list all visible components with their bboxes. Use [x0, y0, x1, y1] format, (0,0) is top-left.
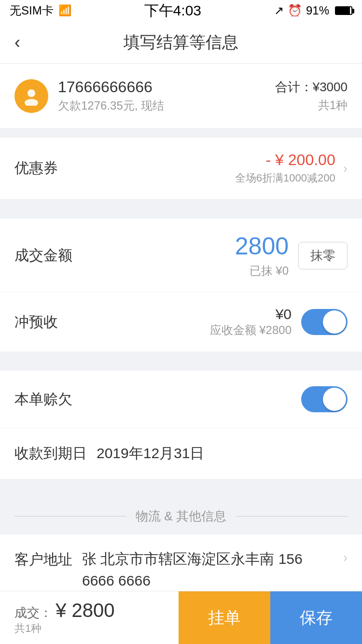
sim-indicator: 无SIM卡	[10, 3, 54, 18]
address-label: 客户地址	[14, 548, 72, 570]
save-button[interactable]: 保存	[270, 591, 362, 644]
due-date-label: 收款到期日	[14, 444, 87, 463]
back-button[interactable]: ‹	[14, 32, 20, 53]
credit-label: 本单赊欠	[14, 390, 72, 409]
due-date-section: 收款到期日 2019年12月31日	[0, 428, 362, 479]
credit-toggle[interactable]	[301, 386, 348, 412]
address-value: 张 北京市市辖区海淀区永丰南 156 6666 6666	[82, 548, 338, 591]
logistics-text: 物流 & 其他信息	[136, 508, 226, 525]
advance-subtext: 应收金额 ¥2800	[210, 322, 292, 338]
avatar	[14, 79, 48, 113]
divider-line-right	[236, 516, 348, 517]
content: 17666666666 欠款1276.35元, 现结 合计：¥3000 共1种 …	[0, 64, 362, 644]
chevron-right-icon: ›	[343, 161, 348, 176]
svg-point-1	[25, 99, 38, 106]
coupon-right: - ¥ 200.00 全场6折满1000减200 ›	[235, 151, 348, 185]
advance-right: ¥0 应收金额 ¥2800	[210, 306, 348, 338]
total-count: 共1种	[275, 98, 348, 113]
coupon-value: - ¥ 200.00 全场6折满1000减200	[235, 151, 335, 185]
wifi-icon: 📶	[58, 4, 71, 17]
bottom-deal-prefix: 成交：	[14, 605, 52, 620]
deal-amount-right: 2800 已抹 ¥0 抹零	[235, 232, 348, 279]
location-icon: ↗	[274, 4, 284, 17]
section-divider-3	[0, 489, 362, 498]
alarm-icon: ⏰	[288, 4, 302, 17]
status-bar: 无SIM卡 📶 下午4:03 ↗ ⏰ 91%	[0, 0, 362, 21]
bottom-deal-label: 成交： ¥ 2800	[14, 600, 164, 621]
hang-order-button[interactable]: 挂单	[179, 591, 270, 644]
divider-line-left	[14, 516, 126, 517]
coupon-amount: - ¥ 200.00	[235, 151, 335, 169]
advance-toggle[interactable]	[301, 309, 348, 335]
section-divider-2	[0, 361, 362, 371]
svg-point-0	[28, 89, 35, 97]
deal-amount-value-block: 2800 已抹 ¥0	[235, 232, 289, 279]
bottom-left: 成交： ¥ 2800 共1种	[0, 600, 179, 636]
nav-bar: ‹ 填写结算等信息	[0, 21, 362, 64]
due-date-row: 收款到期日 2019年12月31日	[14, 444, 348, 463]
advance-row: 冲预收 ¥0 应收金额 ¥2800	[14, 306, 348, 338]
coupon-label: 优惠券	[14, 158, 58, 178]
logistics-divider: 物流 & 其他信息	[0, 498, 362, 534]
coupon-row[interactable]: 优惠券 - ¥ 200.00 全场6折满1000减200 ›	[0, 138, 362, 199]
advance-section: 冲预收 ¥0 应收金额 ¥2800	[0, 293, 362, 351]
bottom-deal-amount: ¥ 2800	[56, 600, 114, 621]
due-date-value: 2019年12月31日	[97, 444, 204, 463]
advance-label: 冲预收	[14, 312, 58, 332]
deal-amount-label: 成交金额	[14, 246, 72, 266]
credit-row: 本单赊欠	[0, 371, 362, 428]
status-right: ↗ ⏰ 91%	[274, 4, 352, 17]
status-left: 无SIM卡 📶	[10, 3, 71, 18]
credit-toggle-knob	[323, 388, 346, 411]
page-title: 填写结算等信息	[124, 31, 238, 54]
customer-row: 17666666666 欠款1276.35元, 现结 合计：¥3000 共1种	[0, 64, 362, 128]
deal-amount-sub: 已抹 ¥0	[235, 263, 289, 279]
customer-left: 17666666666 欠款1276.35元, 现结	[14, 78, 164, 113]
customer-right: 合计：¥3000 共1种	[275, 79, 348, 113]
bottom-bar: 成交： ¥ 2800 共1种 挂单 保存	[0, 591, 362, 644]
address-chevron-icon: ›	[343, 548, 348, 565]
advance-amount: ¥0	[210, 306, 292, 322]
battery-percent: 91%	[306, 4, 329, 17]
section-divider-1	[0, 209, 362, 219]
round-off-button[interactable]: 抹零	[298, 242, 348, 269]
status-time: 下午4:03	[144, 1, 201, 21]
customer-info: 17666666666 欠款1276.35元, 现结	[58, 78, 164, 113]
battery-icon	[335, 6, 352, 15]
customer-phone: 17666666666	[58, 78, 164, 96]
bottom-count: 共1种	[14, 621, 164, 636]
coupon-card: 优惠券 - ¥ 200.00 全场6折满1000减200 ›	[0, 138, 362, 199]
deal-amount-row: 成交金额 2800 已抹 ¥0 抹零	[14, 232, 348, 279]
coupon-desc: 全场6折满1000减200	[235, 171, 335, 185]
customer-info-card: 17666666666 欠款1276.35元, 现结 合计：¥3000 共1种	[0, 64, 362, 128]
customer-subtext: 欠款1276.35元, 现结	[58, 98, 164, 113]
total-label: 合计：¥3000	[275, 79, 348, 96]
credit-card: 本单赊欠 收款到期日 2019年12月31日	[0, 371, 362, 479]
deal-amount-section: 成交金额 2800 已抹 ¥0 抹零	[0, 219, 362, 293]
toggle-knob	[323, 310, 346, 334]
deal-amount-card: 成交金额 2800 已抹 ¥0 抹零 冲预收 ¥0 应收金额 ¥2800	[0, 219, 362, 351]
deal-amount-number: 2800	[235, 232, 289, 260]
advance-value-block: ¥0 应收金额 ¥2800	[210, 306, 292, 338]
